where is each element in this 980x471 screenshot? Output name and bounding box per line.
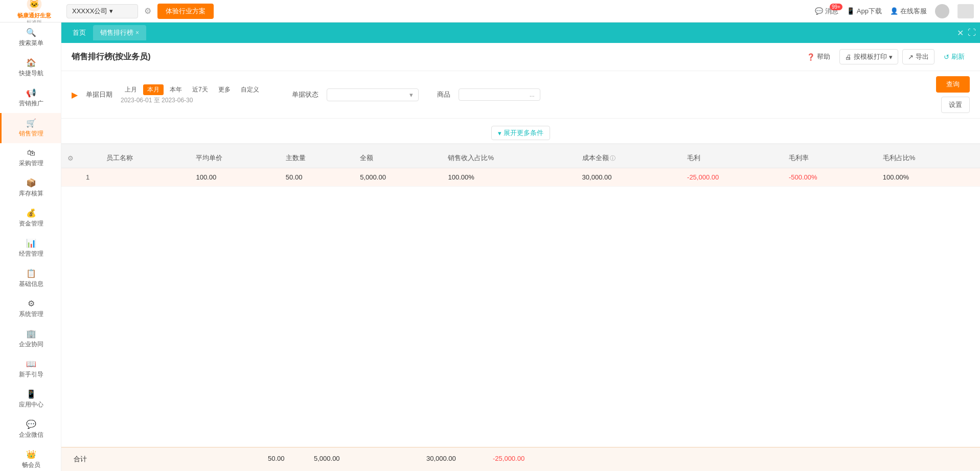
col-qty: 主数量 bbox=[280, 148, 354, 168]
sidebar-item-inventory[interactable]: 📦 库存核算 bbox=[0, 173, 61, 203]
date-tabs: 上月 本月 本年 近7天 更多 自定义 bbox=[121, 84, 263, 95]
member-icon: 👑 bbox=[26, 450, 36, 459]
col-avg-price: 平均单价 bbox=[190, 148, 279, 168]
cell-qty: 50.00 bbox=[280, 168, 354, 187]
col-cost: 成本全额ⓘ bbox=[576, 148, 681, 168]
cell-rank: 1 bbox=[80, 168, 100, 187]
footer-amount: 5,000.00 bbox=[308, 453, 359, 466]
app-download-button[interactable]: 📱 App下载 bbox=[847, 7, 882, 16]
col-gross: 毛利 bbox=[681, 148, 783, 168]
refresh-icon: ↺ bbox=[944, 53, 949, 61]
refresh-label: 刷新 bbox=[951, 52, 965, 61]
tab-bar-right: ✕ ⛶ bbox=[957, 28, 976, 38]
sidebar-item-label: 营销推广 bbox=[19, 99, 43, 108]
tab-sales-ranking[interactable]: 销售排行榜 × bbox=[93, 25, 146, 40]
footer-gross: -25,000.00 bbox=[487, 453, 531, 466]
export-button[interactable]: ↗ 导出 bbox=[902, 49, 935, 64]
marketing-icon: 📢 bbox=[26, 88, 36, 98]
print-button[interactable]: 🖨 按模板打印 ▾ bbox=[839, 49, 898, 64]
col-amount: 全额 bbox=[354, 148, 442, 168]
sidebar-item-label: 采购管理 bbox=[19, 159, 43, 168]
page-header: 销售排行榜(按业务员) ❓ 帮助 🖨 按模板打印 ▾ bbox=[61, 43, 980, 71]
filter-row: ▶ 单据日期 上月 本月 本年 近7天 更多 自定义 bbox=[72, 76, 970, 113]
column-settings-icon[interactable]: ⚙ bbox=[67, 154, 74, 162]
date-range-display: 2023-06-01 至 2023-06-30 bbox=[121, 96, 263, 105]
sidebar-item-guide[interactable]: 📖 新手引导 bbox=[0, 354, 61, 384]
sidebar-item-sales[interactable]: 🛒 销售管理 bbox=[0, 113, 61, 143]
sidebar-item-shortcut[interactable]: 🏠 快捷导航 bbox=[0, 53, 61, 83]
sidebar-nav: 🔍 搜索菜单 🏠 快捷导航 📢 营销推广 🛒 销售管理 🛍 采购管 bbox=[0, 23, 61, 471]
chevron-down-icon: ▾ bbox=[109, 7, 113, 15]
sidebar-item-enterprise[interactable]: 🏢 企业协同 bbox=[0, 324, 61, 354]
sidebar-item-system[interactable]: ⚙ 系统管理 bbox=[0, 294, 61, 324]
col-settings[interactable]: ⚙ bbox=[61, 148, 80, 168]
date-tab-more[interactable]: 更多 bbox=[214, 84, 235, 95]
table-row: 1 100.00 50.00 5,000.00 100.00% 30,000.0… bbox=[61, 168, 980, 187]
sidebar-item-label: 企业微信 bbox=[19, 431, 43, 439]
sidebar-item-basic[interactable]: 📋 基础信息 bbox=[0, 263, 61, 294]
footer-qty: 50.00 bbox=[262, 453, 308, 466]
avatar[interactable] bbox=[935, 4, 949, 18]
sidebar: 🔍 搜索菜单 🏠 快捷导航 📢 营销推广 🛒 销售管理 🛍 采购管 bbox=[0, 23, 61, 471]
top-right-actions: 💬 消息 99+ 📱 App下载 👤 在线客服 bbox=[815, 4, 974, 18]
sidebar-item-finance[interactable]: 💰 资金管理 bbox=[0, 203, 61, 233]
help-icon: ❓ bbox=[807, 53, 815, 61]
col-rank bbox=[80, 148, 100, 168]
sidebar-item-marketing[interactable]: 📢 营销推广 bbox=[0, 83, 61, 113]
enterprise-icon: 🏢 bbox=[26, 329, 36, 339]
tab-close-icon[interactable]: × bbox=[135, 29, 139, 36]
message-button[interactable]: 💬 消息 99+ bbox=[815, 7, 838, 16]
home-icon: 🏠 bbox=[26, 58, 36, 68]
date-tab-last-month[interactable]: 上月 bbox=[121, 84, 141, 95]
service-icon: 👤 bbox=[890, 7, 898, 15]
date-tab-this-month[interactable]: 本月 bbox=[143, 84, 164, 95]
cost-info-icon[interactable]: ⓘ bbox=[610, 155, 616, 161]
cell-gross-rate: -500.00% bbox=[783, 168, 877, 187]
col-name-label: 员工名称 bbox=[106, 154, 133, 162]
sidebar-item-apps[interactable]: 📱 应用中心 bbox=[0, 384, 61, 414]
sidebar-item-label: 快捷导航 bbox=[19, 69, 43, 78]
page-content: 销售排行榜(按业务员) ❓ 帮助 🖨 按模板打印 ▾ bbox=[61, 43, 980, 471]
sales-icon: 🛒 bbox=[26, 118, 36, 128]
set-button[interactable]: 设置 bbox=[941, 97, 970, 113]
cell-amount: 5,000.00 bbox=[354, 168, 442, 187]
help-button[interactable]: ❓ 帮助 bbox=[802, 50, 835, 64]
trial-button[interactable]: 体验行业方案 bbox=[157, 4, 214, 19]
date-tab-this-year[interactable]: 本年 bbox=[166, 84, 186, 95]
status-chevron-icon: ▾ bbox=[409, 91, 413, 99]
tab-home-label: 首页 bbox=[73, 28, 86, 37]
expand-button[interactable]: ▾ 展开更多条件 bbox=[491, 126, 550, 140]
online-service-label: 在线客服 bbox=[900, 7, 927, 16]
date-filter-icon: ▶ bbox=[72, 90, 78, 100]
sidebar-item-wechat[interactable]: 💬 企业微信 bbox=[0, 414, 61, 444]
content-area: 首页 销售排行榜 × ✕ ⛶ 销售排行榜(按业务员) bbox=[61, 23, 980, 471]
app-download-label: App下载 bbox=[857, 7, 882, 16]
goods-label: 商品 bbox=[437, 90, 450, 99]
company-selector[interactable]: XXXXX公司 ▾ bbox=[66, 4, 138, 18]
status-label: 单据状态 bbox=[292, 90, 318, 99]
tab-home[interactable]: 首页 bbox=[65, 25, 93, 40]
cell-gross-pct: 100.00% bbox=[877, 168, 980, 187]
refresh-button[interactable]: ↺ 刷新 bbox=[939, 50, 970, 64]
date-tab-custom[interactable]: 自定义 bbox=[237, 84, 263, 95]
date-tab-7days[interactable]: 近7天 bbox=[188, 84, 212, 95]
window-close-icon[interactable]: ✕ bbox=[957, 28, 964, 38]
sidebar-item-purchase[interactable]: 🛍 采购管理 bbox=[0, 143, 61, 173]
sidebar-item-member[interactable]: 👑 畅会员 bbox=[0, 444, 61, 471]
sidebar-item-operations[interactable]: 📊 经营管理 bbox=[0, 233, 61, 263]
page-title: 销售排行榜(按业务员) bbox=[72, 52, 151, 69]
window-maximize-icon[interactable]: ⛶ bbox=[968, 28, 976, 38]
expand-row: ▾ 展开更多条件 bbox=[61, 119, 980, 144]
cell-gross: -25,000.00 bbox=[681, 168, 783, 187]
online-service-button[interactable]: 👤 在线客服 bbox=[890, 7, 927, 16]
status-select[interactable]: ▾ bbox=[327, 88, 419, 101]
export-icon: ↗ bbox=[908, 53, 914, 61]
goods-dots: ... bbox=[530, 91, 535, 98]
sidebar-item-search[interactable]: 🔍 搜索菜单 bbox=[0, 23, 61, 53]
sidebar-item-label: 资金管理 bbox=[19, 219, 43, 228]
goods-input[interactable]: ... bbox=[459, 88, 540, 101]
tab-bar: 首页 销售排行榜 × ✕ ⛶ bbox=[61, 23, 980, 43]
footer-avg-price bbox=[211, 453, 262, 466]
query-button[interactable]: 查询 bbox=[936, 76, 970, 93]
settings-icon[interactable]: ⚙ bbox=[142, 4, 153, 18]
